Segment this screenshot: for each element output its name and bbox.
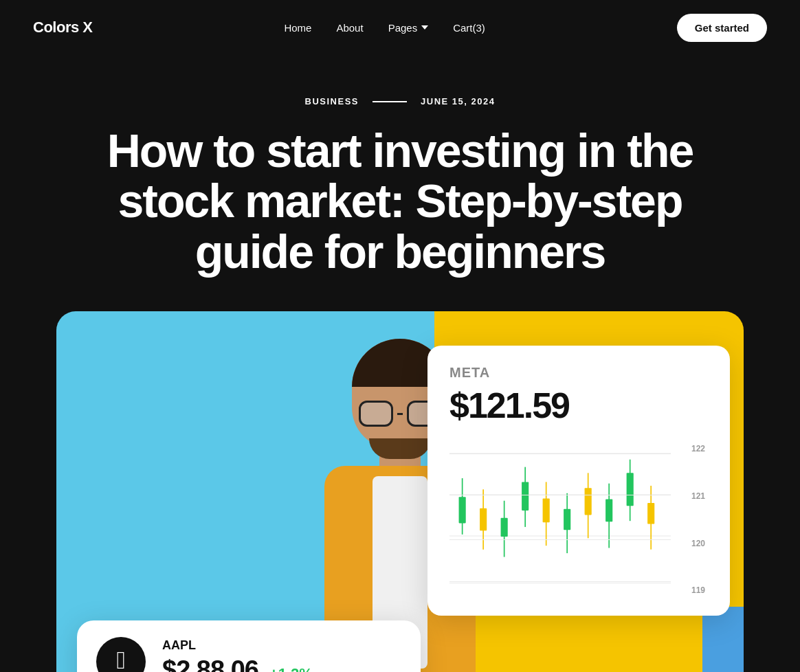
logo: Colors X: [33, 19, 92, 36]
apple-logo-icon: : [116, 648, 125, 672]
aapl-change: +1.2%: [269, 665, 313, 672]
meta-ticker: META: [449, 365, 708, 381]
chart-label-119: 119: [674, 585, 708, 595]
aapl-icon: : [96, 637, 146, 672]
nav-home[interactable]: Home: [284, 22, 311, 34]
bottom-blue-accent: [702, 607, 744, 672]
navbar: Colors X Home About Pages Cart(3) Get st…: [0, 0, 800, 55]
hero-category: BUSINESS: [305, 96, 359, 107]
aapl-info: AAPL $2.88.06 +1.2%: [162, 638, 401, 672]
chart-area: [449, 437, 671, 602]
nav-links: Home About Pages Cart(3): [284, 22, 485, 34]
aapl-stock-card:  AAPL $2.88.06 +1.2%: [77, 620, 421, 672]
meta-price: $121.59: [449, 385, 708, 426]
aapl-ticker: AAPL: [162, 638, 401, 653]
meta-stock-card: META $121.59: [427, 346, 730, 616]
nav-pages[interactable]: Pages: [388, 22, 429, 34]
chart-label-120: 120: [674, 539, 708, 548]
hero-section: BUSINESS JUNE 15, 2024 How to start inve…: [0, 55, 800, 277]
nav-about[interactable]: About: [336, 22, 363, 34]
chart-label-122: 122: [674, 444, 708, 453]
chevron-down-icon: [421, 25, 428, 30]
chart-label-121: 121: [674, 491, 708, 501]
hero-image-card: META $121.59: [56, 311, 744, 672]
chart-labels: 122 121 120 119: [674, 437, 708, 602]
nav-pages-label: Pages: [388, 22, 418, 34]
nav-cart[interactable]: Cart(3): [453, 22, 485, 34]
aapl-price: $2.88.06: [162, 656, 258, 672]
hero-title: How to start investing in the stock mark…: [63, 126, 737, 277]
candlestick-chart: 122 121 120 119: [449, 437, 708, 602]
chart-grid: [449, 437, 671, 602]
get-started-button[interactable]: Get started: [677, 14, 767, 42]
hero-divider: [373, 101, 407, 102]
hero-date: JUNE 15, 2024: [421, 96, 495, 107]
hero-meta: BUSINESS JUNE 15, 2024: [55, 96, 745, 107]
